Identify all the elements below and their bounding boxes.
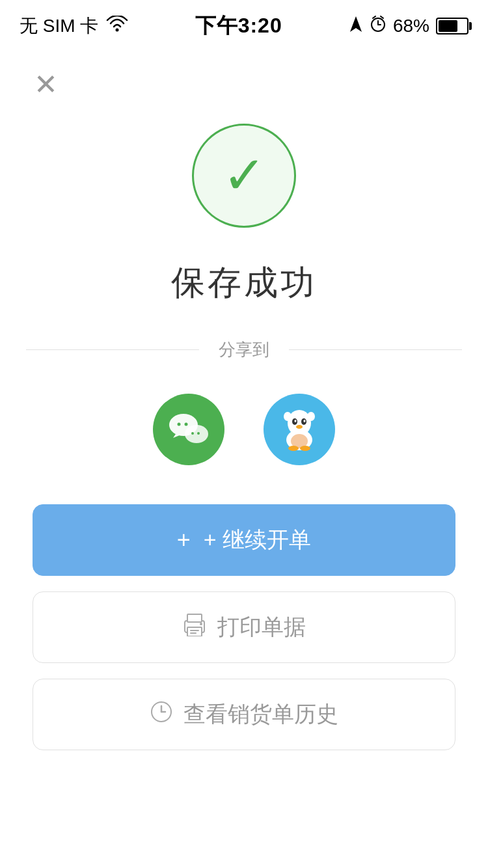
- svg-point-22: [284, 412, 291, 421]
- success-section: ✓ 保存成功: [26, 124, 462, 306]
- divider-right: [289, 349, 462, 350]
- alarm-icon: [370, 16, 386, 37]
- close-icon: ✕: [34, 70, 58, 99]
- printer-icon: [182, 613, 207, 642]
- divider-left: [26, 349, 199, 350]
- success-title: 保存成功: [171, 260, 317, 306]
- location-icon: [349, 15, 363, 38]
- svg-point-21: [300, 446, 310, 451]
- svg-point-23: [307, 412, 315, 421]
- success-circle: ✓: [192, 124, 296, 228]
- qq-share-button[interactable]: [264, 394, 335, 465]
- continue-label: + 继续开单: [204, 525, 311, 555]
- sim-status: 无 SIM 卡: [20, 14, 98, 38]
- share-label: 分享到: [199, 338, 289, 361]
- svg-point-11: [197, 432, 200, 435]
- svg-point-15: [295, 420, 297, 422]
- status-bar: 无 SIM 卡 下午3:20 68: [0, 0, 488, 52]
- history-button[interactable]: 查看销货单历史: [33, 679, 455, 750]
- print-label: 打印单据: [217, 612, 306, 642]
- wechat-share-button[interactable]: [153, 394, 224, 465]
- share-icons-container: [26, 394, 462, 465]
- wifi-icon: [106, 16, 128, 37]
- svg-rect-28: [190, 632, 197, 634]
- battery-icon: [436, 18, 468, 34]
- checkmark-icon: ✓: [223, 150, 266, 202]
- battery-percent: 68%: [393, 16, 429, 36]
- status-left: 无 SIM 卡: [20, 14, 128, 38]
- status-right: 68%: [349, 15, 468, 38]
- svg-point-9: [185, 423, 188, 426]
- print-button[interactable]: 打印单据: [33, 591, 455, 663]
- share-section: 分享到: [26, 338, 462, 465]
- share-divider: 分享到: [26, 338, 462, 361]
- svg-line-5: [381, 16, 383, 18]
- svg-point-10: [191, 432, 194, 435]
- svg-point-29: [200, 623, 202, 625]
- main-content: ✕ ✓ 保存成功 分享到: [0, 52, 488, 776]
- svg-point-0: [116, 28, 119, 31]
- svg-rect-27: [190, 630, 199, 631]
- svg-rect-25: [187, 627, 202, 636]
- close-button[interactable]: ✕: [26, 65, 65, 104]
- svg-point-16: [304, 420, 306, 422]
- svg-rect-26: [187, 614, 202, 622]
- svg-point-20: [288, 446, 299, 451]
- status-time: 下午3:20: [195, 12, 282, 40]
- svg-point-8: [178, 423, 181, 426]
- svg-point-7: [185, 425, 208, 443]
- action-buttons: + + 继续开单 打印单据: [26, 504, 462, 750]
- svg-point-17: [296, 425, 303, 429]
- clock-icon: [150, 700, 173, 729]
- plus-icon: +: [177, 526, 191, 554]
- qq-icon: [279, 407, 319, 452]
- svg-line-4: [373, 16, 375, 18]
- continue-button[interactable]: + + 继续开单: [33, 504, 455, 576]
- history-label: 查看销货单历史: [183, 699, 338, 729]
- wechat-icon: [167, 411, 211, 448]
